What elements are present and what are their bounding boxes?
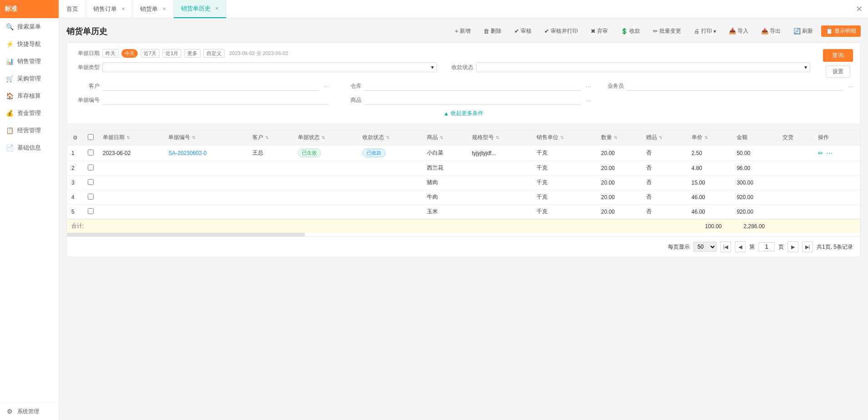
prev-page-button[interactable]: ◀ [735, 241, 746, 252]
date-1month-btn[interactable]: 近1月 [162, 49, 181, 58]
cell-check[interactable] [83, 205, 98, 219]
close-icon[interactable]: ✕ [121, 6, 125, 11]
close-icon[interactable]: ✕ [215, 6, 219, 11]
add-button[interactable]: + 新增 [450, 25, 475, 37]
export-button[interactable]: 📤 导出 [757, 25, 785, 37]
batch-change-button[interactable]: ✏ 批量变更 [648, 25, 686, 37]
cell-seq: 1 [67, 145, 83, 161]
staff-picker-icon[interactable]: ··· [848, 83, 853, 90]
paystatus-select[interactable]: ▾ [476, 62, 811, 72]
edit-row-icon[interactable]: ✏ [818, 150, 823, 157]
set-button[interactable]: 设置 [826, 65, 850, 78]
warehouse-picker-icon[interactable]: ··· [586, 83, 591, 90]
abandon-icon: ✖ [591, 28, 596, 35]
goods-picker-icon[interactable]: ··· [586, 97, 591, 104]
th-unit[interactable]: 销售单位⇅ [532, 130, 597, 145]
goods-input[interactable] [364, 95, 581, 105]
query-button[interactable]: 查询 [823, 49, 853, 62]
warehouse-input[interactable] [364, 81, 581, 91]
tab-sales-history[interactable]: 销货单历史 ✕ [174, 0, 226, 18]
more-row-icon[interactable]: ⋯ [826, 150, 833, 157]
th-pay-status[interactable]: 收款状态⇅ [358, 130, 422, 145]
sidebar-item-search-menu[interactable]: 🔍 搜索菜单 [0, 18, 59, 35]
row-checkbox[interactable] [88, 150, 94, 155]
cell-doc-date [98, 205, 164, 219]
sort-icon: ⇅ [321, 135, 325, 140]
next-page-button[interactable]: ▶ [788, 241, 798, 252]
th-settings[interactable]: ⚙ [67, 130, 83, 145]
cell-check[interactable] [83, 161, 98, 175]
audit-button[interactable]: ✔ 审核 [510, 25, 536, 37]
filter-item-doctype: 单据类型 ▾ [74, 62, 437, 72]
customer-input[interactable] [102, 81, 319, 91]
th-checkbox[interactable] [83, 130, 98, 145]
tab-home[interactable]: 首页 [59, 0, 86, 18]
date-today-btn[interactable]: 今天 [121, 49, 138, 58]
sidebar-item-operations[interactable]: 📋 经营管理 [0, 122, 59, 139]
th-unit-price[interactable]: 单价⇅ [687, 130, 732, 145]
cell-check[interactable] [83, 145, 98, 161]
cell-check[interactable] [83, 175, 98, 190]
sidebar-item-basic-info[interactable]: 📄 基础信息 [0, 139, 59, 156]
money-icon: 💰 [5, 109, 14, 117]
th-doc-no[interactable]: 单据编号⇅ [164, 130, 248, 145]
print-button[interactable]: 🖨 打印 ▾ [689, 25, 721, 37]
th-amount[interactable]: 金额 [732, 130, 778, 145]
cell-check[interactable] [83, 190, 98, 205]
th-qty[interactable]: 数量⇅ [597, 130, 642, 145]
row-checkbox[interactable] [88, 165, 94, 170]
audit-print-button[interactable]: ✔ 审核并打印 [540, 25, 582, 37]
cell-doc-status [293, 175, 358, 190]
close-icon[interactable]: ✕ [162, 6, 166, 11]
doctype-select[interactable]: ▾ [102, 62, 437, 72]
th-doc-status[interactable]: 单据状态⇅ [293, 130, 358, 145]
sidebar-item-inventory[interactable]: 🏠 库存核算 [0, 87, 59, 105]
th-gift[interactable]: 赠品⇅ [642, 130, 687, 145]
date-7days-btn[interactable]: 近7天 [140, 49, 160, 58]
refresh-button[interactable]: 🔄 刷新 [789, 25, 818, 37]
sidebar-item-sales-mgmt[interactable]: 📊 销售管理 [0, 53, 59, 70]
first-page-button[interactable]: |◀ [720, 241, 731, 252]
docno-input[interactable] [102, 95, 329, 105]
row-checkbox[interactable] [88, 208, 94, 214]
collapse-button[interactable]: ▲ 收起更多条件 [444, 110, 484, 117]
display-detail-button[interactable]: 📋 显示明细 [821, 25, 861, 37]
last-page-button[interactable]: ▶| [802, 241, 813, 252]
tab-sales-order[interactable]: 销售订单 ✕ [86, 0, 133, 18]
staff-input[interactable] [627, 81, 843, 91]
cell-pay-status [358, 205, 422, 219]
date-custom-btn[interactable]: 自定义 [203, 49, 225, 58]
import-button[interactable]: 📥 导入 [724, 25, 753, 37]
th-doc-date[interactable]: 单据日期⇅ [98, 130, 164, 145]
sidebar-item-purchase-mgmt[interactable]: 🛒 采购管理 [0, 70, 59, 87]
cell-seq: 5 [67, 205, 83, 219]
filter-item-staff: 业务员 ··· [598, 81, 853, 91]
th-trade[interactable]: 交货 [778, 130, 813, 145]
cell-customer: 王总 [248, 145, 293, 161]
select-all-checkbox[interactable] [88, 134, 94, 140]
row-checkbox[interactable] [88, 194, 94, 200]
delete-button[interactable]: 🗑 删除 [479, 25, 506, 37]
collect-button[interactable]: 💲 收款 [616, 25, 645, 37]
row-checkbox[interactable] [88, 179, 94, 185]
filter-row-customer: 客户 ··· 仓库 ··· 业务员 ··· [74, 81, 853, 91]
doc-no-link[interactable]: SA-20230602-0 [168, 150, 206, 156]
date-more-btn[interactable]: 更多 [184, 49, 201, 58]
sidebar-item-finance[interactable]: 💰 资金管理 [0, 105, 59, 122]
customer-picker-icon[interactable]: ··· [324, 83, 329, 90]
th-spec[interactable]: 规格型号⇅ [467, 130, 532, 145]
date-yesterday-btn[interactable]: 昨天 [102, 49, 119, 58]
window-close-button[interactable]: ✕ [850, 4, 868, 14]
abandon-button[interactable]: ✖ 弃审 [586, 25, 612, 37]
sidebar-item-sys-mgmt[interactable]: ⚙ 系统管理 [0, 403, 59, 420]
sidebar-item-quick-nav[interactable]: ⚡ 快捷导航 [0, 35, 59, 53]
sidebar-item-label: 系统管理 [17, 408, 39, 415]
tab-sales-goods[interactable]: 销货单 ✕ [133, 0, 174, 18]
clipboard-icon: 📋 [5, 126, 14, 135]
per-page-select[interactable]: 50 100 200 [693, 242, 717, 252]
sort-icon: ⇅ [126, 135, 130, 140]
th-goods[interactable]: 商品⇅ [422, 130, 467, 145]
page-title: 销货单历史 [66, 26, 107, 37]
page-number-input[interactable] [758, 242, 775, 251]
th-customer[interactable]: 客户⇅ [248, 130, 293, 145]
